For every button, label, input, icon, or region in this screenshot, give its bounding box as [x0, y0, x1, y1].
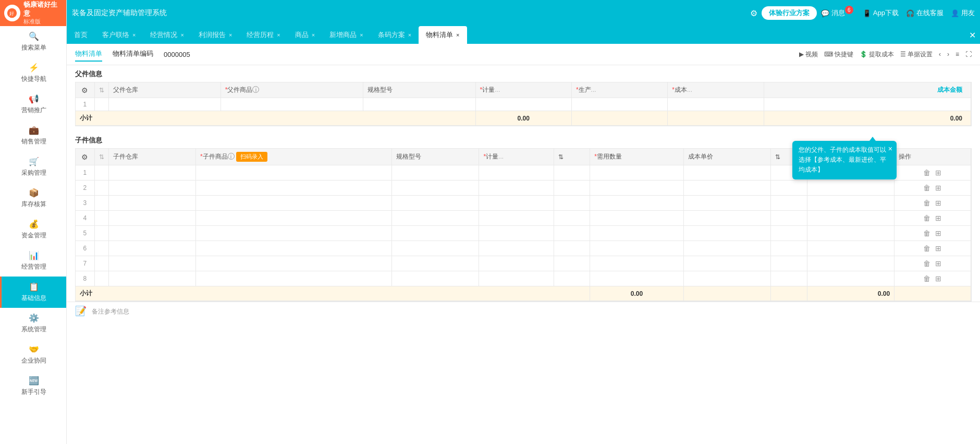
menu-btn[interactable]: ≡ [956, 51, 959, 58]
subtotal-qty: 0.00 [475, 111, 571, 126]
sidebar-item-basic-info[interactable]: 📋 基础信息 [0, 277, 66, 308]
delete-icon[interactable]: 🗑 [922, 229, 932, 238]
video-btn[interactable]: ▶ 视频 [799, 50, 818, 59]
child-warehouse-1[interactable] [108, 165, 195, 181]
copy-icon[interactable]: ⊞ [934, 183, 943, 193]
tab-profit[interactable]: 利润报告× [191, 26, 239, 44]
scan-button[interactable]: 扫码录入 [236, 152, 267, 162]
shortcut-btn[interactable]: ⌨ 快捷键 [824, 50, 853, 59]
info-icon-child[interactable]: i [228, 153, 235, 160]
sidebar-item-operations[interactable]: 📊 经营管理 [0, 245, 66, 277]
sub-tab-code[interactable]: 物料清单编码 [113, 47, 153, 62]
tab-bom[interactable]: 物料清单× [419, 26, 467, 44]
tab-history[interactable]: 经营历程× [239, 26, 287, 44]
purchase-icon: 🛒 [29, 157, 39, 166]
child-warehouse-2[interactable] [108, 181, 195, 196]
close-icon[interactable]: × [132, 32, 136, 38]
delete-icon[interactable]: 🗑 [922, 183, 932, 193]
sidebar-item-finance[interactable]: 💰 资金管理 [0, 214, 66, 245]
col-child-warehouse: 子件仓库 [108, 149, 195, 165]
tab-product[interactable]: 商品× [288, 26, 322, 44]
prev-btn[interactable]: ‹ [939, 51, 941, 58]
app-download-action[interactable]: 📱 App下载 [863, 8, 899, 18]
delete-icon[interactable]: 🗑 [922, 259, 932, 268]
close-icon[interactable]: × [277, 32, 280, 38]
close-icon[interactable]: × [456, 32, 459, 38]
child-qty-1[interactable] [479, 165, 554, 181]
delete-icon[interactable]: 🗑 [922, 198, 932, 208]
sidebar-item-sales[interactable]: 💼 销售管理 [0, 120, 66, 151]
delete-icon[interactable]: 🗑 [922, 274, 932, 283]
tab-new-product[interactable]: 新增商品× [322, 26, 370, 44]
close-icon[interactable]: × [408, 32, 411, 38]
next-btn[interactable]: › [947, 51, 949, 58]
parent-warehouse-cell[interactable] [108, 98, 220, 111]
sidebar-item-enterprise[interactable]: 🤝 企业协同 [0, 339, 66, 370]
sidebar-item-label: 新手引导 [21, 388, 46, 397]
parent-cost-cell[interactable] [668, 98, 764, 111]
copy-icon[interactable]: ⊞ [934, 259, 943, 268]
delete-icon[interactable]: 🗑 [922, 244, 932, 253]
subtotal-cost [668, 111, 764, 126]
user-action[interactable]: 👤 用友 [951, 8, 975, 18]
finance-icon: 💰 [29, 219, 39, 229]
sub-tab-bom[interactable]: 物料清单 [75, 47, 102, 62]
sales-icon: 💼 [29, 125, 39, 135]
copy-icon[interactable]: ⊞ [934, 198, 943, 208]
expand-btn[interactable]: ⛶ [965, 51, 972, 58]
copy-icon[interactable]: ⊞ [934, 229, 943, 238]
content-area: 物料清单 物料清单编码 0000005 ▶ 视频 ⌨ 快捷键 💲 提取成本 ☰ … [67, 44, 980, 444]
extract-cost-btn[interactable]: 💲 提取成本 [860, 50, 894, 59]
info-icon[interactable]: i [252, 86, 259, 93]
copy-icon[interactable]: ⊞ [934, 213, 943, 223]
sidebar-item-system[interactable]: ⚙️ 系统管理 [0, 308, 66, 339]
sidebar-item-purchase[interactable]: 🛒 采购管理 [0, 151, 66, 183]
online-service-action[interactable]: 🎧 在线客服 [906, 8, 944, 18]
child-row-num-4: 4 [76, 211, 94, 226]
message-action[interactable]: 💬 消息 6 [821, 8, 855, 18]
sidebar-item-search[interactable]: 🔍 搜索菜单 [0, 26, 66, 57]
child-product-1[interactable] [195, 165, 391, 181]
parent-product-cell[interactable] [220, 98, 363, 111]
delete-icon[interactable]: 🗑 [922, 168, 932, 177]
child-reqd-1[interactable] [590, 165, 683, 181]
trial-btn[interactable]: 体验行业方案 [762, 6, 817, 20]
sidebar-item-marketing[interactable]: 📢 营销推广 [0, 89, 66, 120]
tab-customer[interactable]: 客户联络× [95, 26, 143, 44]
sub-header: 物料清单 物料清单编码 0000005 ▶ 视频 ⌨ 快捷键 💲 提取成本 ☰ … [67, 44, 980, 65]
tab-barcode[interactable]: 条码方案× [371, 26, 419, 44]
search-icon: 🔍 [29, 31, 39, 41]
col-settings-parent[interactable]: ⚙ [76, 82, 94, 98]
copy-icon[interactable]: ⊞ [934, 168, 943, 177]
child-ucost-1[interactable] [683, 165, 770, 181]
settings-icon[interactable]: ⚙ [750, 8, 757, 18]
tooltip-close-btn[interactable]: × [888, 143, 892, 154]
parent-production-cell[interactable] [571, 98, 667, 111]
child-spec-1[interactable] [391, 165, 479, 181]
col-settings-child[interactable]: ⚙ [76, 149, 94, 165]
child-qty-2[interactable] [479, 181, 554, 196]
close-icon[interactable]: × [229, 32, 232, 38]
child-ucost-2[interactable] [683, 181, 770, 196]
col-child-product: *子件商品i 扫码录入 [195, 149, 391, 165]
parent-qty-cell[interactable] [475, 98, 571, 111]
close-icon[interactable]: × [360, 32, 363, 38]
doc-settings-btn[interactable]: ☰ 单据设置 [900, 50, 933, 59]
parent-spec-cell[interactable] [363, 98, 475, 111]
close-icon[interactable]: × [180, 32, 183, 38]
sidebar-item-quick-nav[interactable]: ⚡ 快捷导航 [0, 57, 66, 89]
tab-home[interactable]: 首页 [67, 26, 95, 44]
sidebar-item-guide[interactable]: 🆕 新手引导 [0, 370, 66, 402]
close-all-icon[interactable]: ✕ [965, 30, 980, 40]
marketing-icon: 📢 [29, 94, 39, 104]
logo-sub: 标准版 [23, 18, 62, 26]
close-icon[interactable]: × [312, 32, 315, 38]
delete-icon[interactable]: 🗑 [922, 213, 932, 223]
tab-operations[interactable]: 经营情况× [143, 26, 191, 44]
child-product-2[interactable] [195, 181, 391, 196]
sidebar-item-inventory[interactable]: 📦 库存核算 [0, 183, 66, 214]
child-spec-2[interactable] [391, 181, 479, 196]
copy-icon[interactable]: ⊞ [934, 244, 943, 253]
child-reqd-2[interactable] [590, 181, 683, 196]
copy-icon[interactable]: ⊞ [934, 274, 943, 283]
